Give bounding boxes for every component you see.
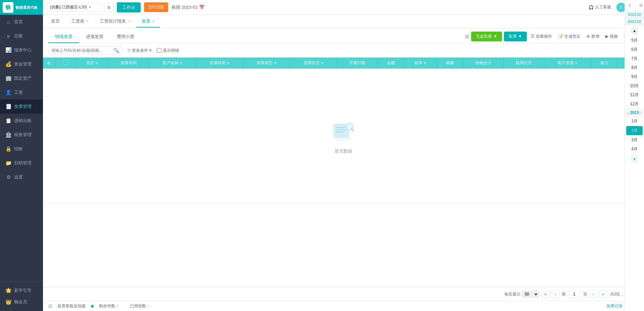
join-record-link[interactable]: 加离记录: [606, 303, 623, 309]
sub-tab-label: 销项发票: [55, 34, 73, 39]
pagination-footer: 每页显示 50 10 20 100 « ‹ 第 页 › »: [43, 287, 644, 301]
search-icon[interactable]: 🔍: [113, 48, 119, 53]
period-value: 2023-02: [182, 5, 198, 10]
col-tax-amount: 税额: [437, 57, 463, 69]
next-page-button[interactable]: ›: [589, 290, 597, 298]
month-item-5[interactable]: 5月: [625, 36, 644, 45]
tab-label: 发票: [142, 18, 150, 24]
month-item-7[interactable]: 7月: [625, 54, 644, 63]
search-input[interactable]: [51, 48, 111, 53]
gen-voucher-button[interactable]: 📝 生成凭证: [556, 32, 583, 41]
sidebar: 畅 畅捷通易代账 ⌂ 首页 ≡ 总账 📊 报表中心 💰 资金管理 🏢 固定资产 …: [0, 0, 43, 311]
filter-button[interactable]: ▽ 更多条件 ▾: [125, 46, 154, 55]
pagination: « ‹ 第 页 › »: [542, 290, 607, 298]
col-checkbox[interactable]: [55, 57, 76, 69]
show-detail-toggle[interactable]: 显示明细: [157, 48, 179, 53]
per-page-select-input[interactable]: 50 10 20 100: [522, 290, 539, 298]
topbar: (勿删) 江西服宝-LSS ▼ ⧉ 工作台 切到旧版 账期 2023-02 📅 …: [43, 0, 644, 15]
year-nav-up[interactable]: △: [627, 111, 630, 115]
empty-illustration: [327, 117, 360, 144]
month-item-1[interactable]: 1月: [625, 117, 644, 126]
sidebar-item-home[interactable]: ⌂ 首页: [0, 15, 43, 29]
year-nav-down[interactable]: ▽: [639, 111, 642, 115]
filter-icon: ▽: [128, 48, 131, 53]
sidebar-item-archive[interactable]: 📁 归档管理: [0, 156, 43, 170]
close-icon[interactable]: ×: [128, 19, 130, 23]
date-panel-close-button[interactable]: ×: [626, 2, 633, 9]
date-panel-expand-button[interactable]: ⊞: [639, 3, 643, 8]
logo: 畅 畅捷通易代账: [0, 0, 43, 15]
col-tax-rate[interactable]: 税率 ⇅: [404, 57, 437, 69]
last-page-button[interactable]: »: [599, 290, 607, 298]
empty-text: 暂无数据: [335, 148, 352, 154]
content-area: 销项发票 进项发票 费用小票 ⊞ 无血取票 ▼ 取票 ▼ ☰: [43, 28, 644, 311]
company-selector[interactable]: (勿删) 江西服宝-LSS ▼: [47, 3, 101, 12]
sub-tab-purchase[interactable]: 进项发票: [79, 31, 110, 43]
col-invoice-type[interactable]: 发票种类 ⇅: [196, 57, 243, 69]
sub-tabs: 销项发票 进项发票 费用小票 ⊞ 无血取票 ▼ 取票 ▼ ☰: [43, 28, 644, 43]
month-item-9[interactable]: 9月: [625, 72, 644, 81]
sidebar-item-label: 进销台账: [14, 118, 32, 124]
first-page-button[interactable]: «: [542, 290, 550, 298]
date-scroll: ▲ 5月 6月 7月 8月 9月 10月 11月 12月 △ 2023 ▽ 1月…: [625, 25, 644, 311]
sub-tab-sales[interactable]: 销项发票: [48, 31, 79, 43]
month-item-11[interactable]: 11月: [625, 90, 644, 100]
col-electronic[interactable]: 电子发票 ⇅: [544, 57, 591, 69]
month-item-8[interactable]: 8月: [625, 63, 644, 72]
sidebar-item-funds[interactable]: 💰 资金管理: [0, 57, 43, 71]
month-item-10[interactable]: 10月: [625, 81, 644, 90]
search-box[interactable]: 🔍: [48, 46, 122, 55]
page-input[interactable]: [568, 290, 581, 298]
grid-view-icon[interactable]: ⊞: [465, 33, 469, 40]
sidebar-item-reports[interactable]: 📊 报表中心: [0, 43, 43, 57]
service-button[interactable]: 🎧 人工客服: [589, 4, 611, 10]
prev-page-button[interactable]: ‹: [552, 290, 560, 298]
sidebar-item-member[interactable]: 👑 畅会员: [0, 296, 43, 308]
sidebar-item-tax[interactable]: 🏦 税务管理: [0, 128, 43, 142]
col-customer[interactable]: 客户名称 ⇅: [149, 57, 196, 69]
tab-invoice[interactable]: 发票 ×: [136, 15, 160, 28]
invoice-icon-small: ☑: [48, 304, 52, 309]
date-nav-top[interactable]: 2023.02: [625, 11, 644, 18]
col-invoice-category[interactable]: 发票类型 ⇅: [243, 57, 290, 69]
sidebar-item-salesledger[interactable]: 📋 进销台账: [0, 114, 43, 128]
sidebar-item-ledger[interactable]: ≡ 总账: [0, 29, 43, 43]
per-page-selector[interactable]: 每页显示 50 10 20 100: [504, 290, 539, 298]
sidebar-item-guide[interactable]: 🌟 新手引导: [0, 285, 43, 296]
date-nav-curr[interactable]: 2023.02: [625, 18, 644, 25]
video-button[interactable]: ▶ 视频: [603, 32, 620, 41]
tab-salary[interactable]: 工资表 ×: [66, 15, 94, 28]
new-button[interactable]: ⊕ 新增: [585, 32, 601, 41]
batch-op-button[interactable]: ☰ 批量操作: [529, 32, 554, 41]
sidebar-item-settings[interactable]: ⚙ 设置: [0, 170, 43, 184]
workbench-button[interactable]: 工作台: [117, 2, 141, 12]
month-item-12[interactable]: 12月: [625, 100, 644, 109]
month-item-4[interactable]: 4月: [625, 145, 644, 154]
col-invoice-status[interactable]: 发票状态 ⇅: [290, 57, 337, 69]
scroll-down-button[interactable]: ▼: [631, 155, 639, 163]
show-detail-checkbox[interactable]: [157, 48, 162, 53]
sidebar-item-label: 新手引导: [14, 287, 32, 294]
sidebar-item-closing[interactable]: 🔒 结账: [0, 142, 43, 156]
sub-tab-receipt[interactable]: 费用小票: [110, 31, 141, 43]
month-item-3[interactable]: 3月: [625, 135, 644, 145]
take-ticket-button[interactable]: 取票 ▼: [504, 32, 527, 41]
no-deduct-button[interactable]: 无血取票 ▼: [471, 32, 502, 41]
sidebar-item-invoice[interactable]: 🧾 发票管理: [0, 100, 43, 114]
close-icon[interactable]: ×: [152, 19, 154, 23]
guide-icon: 🌟: [5, 287, 11, 294]
col-settings[interactable]: ⚙: [43, 57, 55, 69]
sub-tab-label: 费用小票: [117, 34, 134, 39]
copy-button[interactable]: ⧉: [104, 3, 113, 12]
sidebar-item-salary[interactable]: 👤 工资: [0, 85, 43, 100]
tab-home[interactable]: 首页: [46, 15, 65, 28]
tab-salary-stats[interactable]: 工资统计报表 ×: [94, 15, 135, 28]
switch-version-button[interactable]: 切到旧版: [144, 2, 168, 12]
close-icon[interactable]: ×: [86, 19, 88, 23]
col-voucher[interactable]: 凭证 ⇅: [76, 57, 108, 69]
scroll-up-button[interactable]: ▲: [631, 27, 639, 35]
sidebar-item-assets[interactable]: 🏢 固定资产: [0, 71, 43, 85]
month-item-6[interactable]: 6月: [625, 45, 644, 54]
chevron-down-icon: ▼: [88, 5, 92, 9]
month-item-2-active[interactable]: 2月: [626, 126, 643, 135]
